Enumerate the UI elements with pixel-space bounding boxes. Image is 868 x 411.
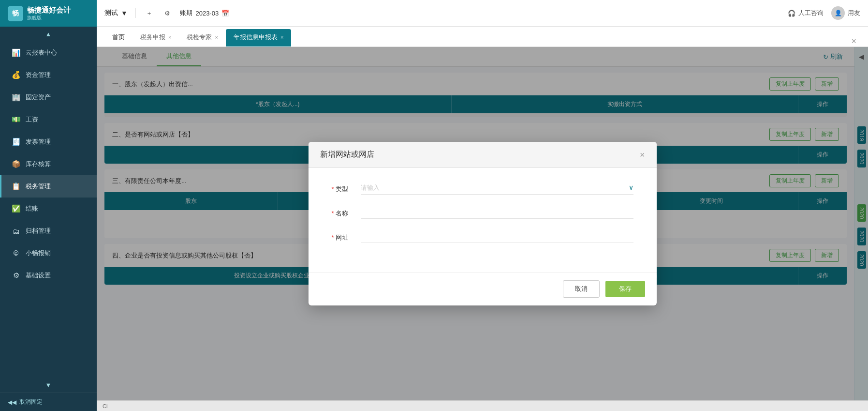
save-button[interactable]: 保存 [605, 281, 645, 297]
fund-mgmt-icon: 💰 [11, 70, 21, 80]
required-mark-type: * [332, 185, 334, 193]
tab-annual-report-close[interactable]: × [280, 34, 283, 40]
sidebar-item-archive-mgmt[interactable]: 🗂 归档管理 [0, 220, 97, 242]
sidebar-item-label: 固定资产 [26, 93, 51, 102]
user-label: 用友 [848, 9, 860, 17]
tab-annual-report[interactable]: 年报信息申报表 × [226, 29, 291, 46]
topbar-divider-1 [135, 8, 136, 18]
sidebar-item-label: 税务管理 [26, 182, 51, 191]
type-input[interactable] [361, 184, 629, 191]
modal-close-button[interactable]: × [640, 151, 645, 159]
avatar: 👤 [831, 6, 845, 20]
period-value: 2023-03 [195, 10, 219, 17]
topbar: 测试 ▼ + ⚙ 账期 2023-03 📅 🎧 人工咨询 � [97, 0, 868, 27]
type-dropdown-icon[interactable]: ∨ [629, 183, 633, 191]
topbar-right: 🎧 人工咨询 👤 用友 [788, 6, 860, 20]
sidebar-item-payroll[interactable]: 💵 工资 [0, 108, 97, 131]
sidebar-item-label: 结账 [26, 204, 38, 213]
form-row-type: * 类型 ∨ [332, 183, 633, 195]
sidebar-item-fixed-assets[interactable]: 🏢 固定资产 [0, 86, 97, 108]
inventory-icon: 📦 [11, 159, 21, 169]
tax-mgmt-icon: 📋 [11, 182, 21, 191]
form-row-url: * 网址 [332, 232, 633, 243]
tab-tax-report-close[interactable]: × [168, 34, 171, 40]
sidebar-item-label: 库存核算 [26, 160, 51, 168]
form-label-url: * 网址 [332, 233, 361, 242]
period-label: 账期 [180, 9, 192, 17]
company-dropdown-icon: ▼ [121, 9, 128, 17]
unpin-label: 取消固定 [19, 398, 43, 406]
calendar-icon[interactable]: 📅 [221, 10, 229, 17]
tab-annual-report-label: 年报信息申报表 [234, 33, 278, 42]
sidebar-item-label: 基础设置 [26, 271, 51, 280]
modal-header: 新增网站或网店 × [309, 142, 657, 168]
content-area: 基础信息 其他信息 ↻ 刷新 一、股东（发起人）出资信... [97, 47, 868, 400]
tab-home[interactable]: 首页 [104, 29, 132, 46]
sidebar-item-xiaochang[interactable]: © 小畅报销 [0, 242, 97, 264]
global-close-button[interactable]: × [847, 36, 860, 46]
tab-tax-expert-label: 税检专家 [187, 33, 212, 42]
name-input[interactable] [361, 208, 633, 215]
form-input-wrap-url [361, 232, 633, 243]
sidebar-item-label: 小畅报销 [26, 249, 51, 258]
headset-icon: 🎧 [788, 10, 795, 17]
tab-home-label: 首页 [112, 33, 125, 42]
settings-button[interactable]: ⚙ [161, 8, 174, 19]
settings-icon: ⚙ [164, 10, 170, 17]
company-name: 测试 [104, 9, 118, 17]
company-selector[interactable]: 测试 ▼ [104, 9, 128, 17]
cancel-button[interactable]: 取消 [563, 280, 600, 298]
main-content: 测试 ▼ + ⚙ 账期 2023-03 📅 🎧 人工咨询 � [97, 0, 868, 411]
sidebar-item-accounting[interactable]: ✅ 结账 [0, 198, 97, 220]
modal-overlay[interactable]: 新增网站或网店 × * 类型 ∨ [97, 47, 868, 400]
sidebar-item-label: 发票管理 [26, 137, 51, 146]
invoice-mgmt-icon: 🧾 [11, 137, 21, 147]
sidebar-item-inventory[interactable]: 📦 库存核算 [0, 153, 97, 175]
sidebar-scroll-down[interactable]: ▼ [0, 378, 97, 393]
sidebar-item-invoice-mgmt[interactable]: 🧾 发票管理 [0, 131, 97, 153]
tabs-bar: 首页 税务申报 × 税检专家 × 年报信息申报表 × × [97, 27, 868, 47]
tab-tax-expert[interactable]: 税检专家 × [179, 29, 225, 46]
form-input-wrap-type: ∨ [361, 183, 633, 195]
modal-title: 新增网站或网店 [320, 150, 374, 160]
modal-add-website: 新增网站或网店 × * 类型 ∨ [309, 142, 657, 305]
sidebar-item-fund-mgmt[interactable]: 💰 资金管理 [0, 64, 97, 86]
form-label-type: * 类型 [332, 185, 361, 194]
modal-body: * 类型 ∨ * 名称 [309, 168, 657, 272]
fixed-assets-icon: 🏢 [11, 92, 21, 102]
basic-settings-icon: ⚙ [11, 271, 21, 280]
support-button[interactable]: 🎧 人工咨询 [788, 9, 824, 17]
sidebar-item-label: 工资 [26, 115, 38, 124]
tab-tax-report[interactable]: 税务申报 × [132, 29, 179, 46]
accounting-icon: ✅ [11, 204, 21, 213]
support-label: 人工咨询 [798, 9, 824, 17]
url-input[interactable] [361, 232, 633, 240]
sidebar-item-label: 归档管理 [26, 227, 51, 235]
payroll-icon: 💵 [11, 115, 21, 124]
required-mark-name: * [332, 210, 334, 217]
sidebar-scroll-up[interactable]: ▲ [0, 27, 97, 42]
sidebar-header: 畅 畅捷通好会计 旗舰版 [0, 0, 97, 27]
archive-mgmt-icon: 🗂 [11, 226, 21, 236]
sidebar-item-basic-settings[interactable]: ⚙ 基础设置 [0, 264, 97, 287]
form-row-name: * 名称 [332, 208, 633, 219]
user-menu[interactable]: 👤 用友 [831, 6, 860, 20]
app-logo: 畅 [8, 6, 23, 21]
sidebar-item-cloud-report[interactable]: 📊 云报表中心 [0, 42, 97, 64]
add-button[interactable]: + [144, 8, 155, 19]
sidebar-nav: 📊 云报表中心 💰 资金管理 🏢 固定资产 💵 工资 🧾 发票管理 📦 [0, 42, 97, 378]
sidebar-item-tax-mgmt[interactable]: 📋 税务管理 [0, 175, 97, 198]
plus-icon: + [147, 10, 151, 17]
cloud-report-icon: 📊 [11, 48, 21, 58]
sidebar-item-label: 云报表中心 [26, 48, 57, 57]
xiaochang-icon: © [11, 248, 21, 258]
unpin-icon: ◀◀ [8, 399, 16, 406]
period-display: 账期 2023-03 📅 [180, 9, 229, 17]
tab-tax-report-label: 税务申报 [140, 33, 165, 42]
required-mark-url: * [332, 234, 334, 241]
sidebar-footer-unpin[interactable]: ◀◀ 取消固定 [0, 393, 97, 411]
app-title: 畅捷通好会计 [27, 6, 71, 15]
sidebar: 畅 畅捷通好会计 旗舰版 ▲ 📊 云报表中心 💰 资金管理 🏢 固定资产 💵 [0, 0, 97, 411]
tab-tax-expert-close[interactable]: × [215, 34, 218, 40]
status-bar: Ci [97, 400, 868, 411]
